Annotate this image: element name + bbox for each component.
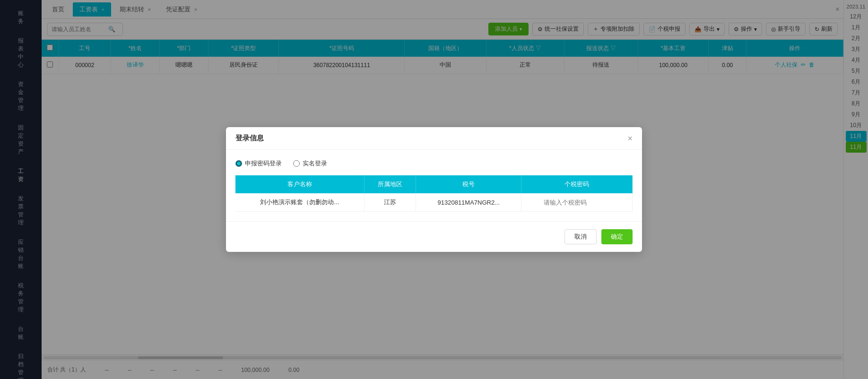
dialog-table-row: 刘小艳演示账套（勿删勿动... 江苏 91320811MA7NGR2...	[235, 193, 633, 212]
cancel-button[interactable]: 取消	[564, 229, 597, 244]
dialog-header: 登录信息 ×	[226, 127, 642, 150]
login-dialog: 登录信息 × 申报密码登录 实名登录 客户名称 所属地区	[226, 127, 642, 252]
radio-realname-login[interactable]: 实名登录	[293, 159, 327, 168]
tax-pwd-input[interactable]	[544, 199, 610, 206]
dialog-close-button[interactable]: ×	[627, 134, 633, 143]
region-cell: 江苏	[364, 193, 416, 212]
dialog-col-tax-pwd: 个税密码	[521, 175, 633, 193]
confirm-button[interactable]: 确定	[601, 229, 633, 244]
client-table: 客户名称 所属地区 税号 个税密码 刘小艳演示账套（勿删勿动... 江苏 913…	[235, 175, 633, 212]
dialog-overlay: 登录信息 × 申报密码登录 实名登录 客户名称 所属地区	[0, 0, 868, 379]
dialog-col-client-name: 客户名称	[235, 175, 364, 193]
dialog-body: 申报密码登录 实名登录 客户名称 所属地区 税号 个税密码	[226, 150, 642, 221]
dialog-col-tax-no: 税号	[416, 175, 521, 193]
radio-password-input[interactable]	[235, 160, 242, 167]
radio-realname-input[interactable]	[293, 160, 300, 167]
dialog-title: 登录信息	[235, 134, 264, 143]
tax-no-cell: 91320811MA7NGR2...	[416, 193, 521, 212]
tax-pwd-cell[interactable]	[521, 193, 633, 212]
radio-password-login[interactable]: 申报密码登录	[235, 159, 282, 168]
dialog-footer: 取消 确定	[226, 221, 642, 252]
dialog-col-region: 所属地区	[364, 175, 416, 193]
client-name-cell: 刘小艳演示账套（勿删勿动...	[235, 193, 364, 212]
login-type-radio-group: 申报密码登录 实名登录	[235, 159, 633, 168]
